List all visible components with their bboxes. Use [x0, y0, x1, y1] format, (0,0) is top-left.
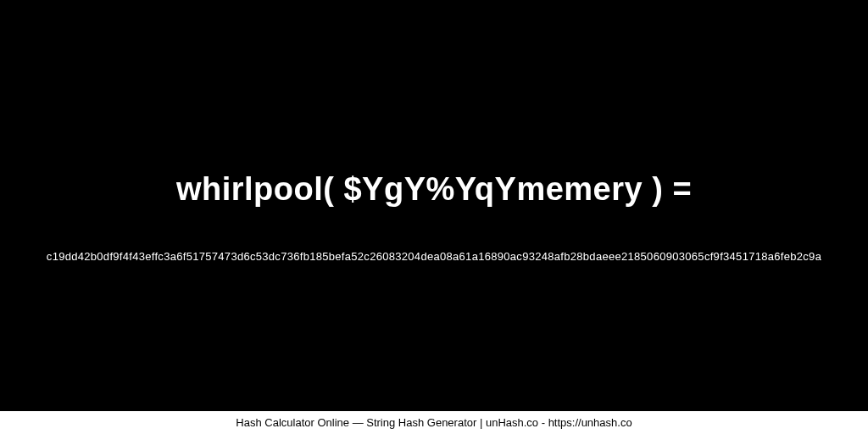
footer-text: Hash Calculator Online — String Hash Gen… — [236, 416, 632, 429]
hash-output: c19dd42b0df9f4f43effc3a6f51757473d6c53dc… — [47, 250, 821, 263]
hash-expression: whirlpool( $YgY%YqYmemery ) = — [176, 171, 692, 208]
main-content: whirlpool( $YgY%YqYmemery ) = c19dd42b0d… — [0, 0, 868, 434]
footer-bar: Hash Calculator Online — String Hash Gen… — [0, 411, 868, 434]
